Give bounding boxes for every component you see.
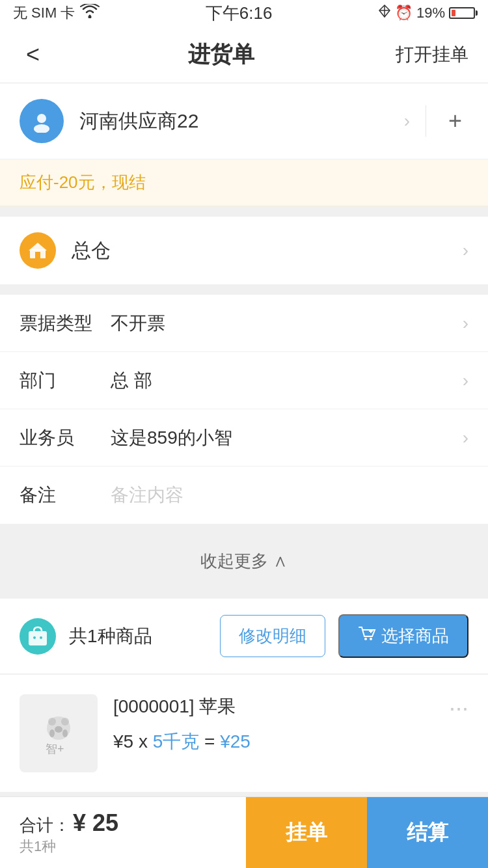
remark-placeholder: 备注内容: [98, 483, 468, 508]
invoice-type-value: 不开票: [98, 311, 463, 336]
supplier-row[interactable]: 河南供应商22 › +: [0, 83, 488, 159]
product-thumbnail: 智+: [20, 694, 98, 772]
nav-bar: < 进货单 打开挂单: [0, 26, 488, 83]
location-icon: [378, 4, 391, 22]
svg-marker-4: [29, 243, 47, 251]
equals-sign: =: [204, 731, 220, 752]
warehouse-icon: [20, 232, 56, 269]
add-button[interactable]: +: [442, 107, 468, 135]
alarm-icon: ⏰: [395, 5, 413, 21]
carrier-text: 无 SIM 卡: [13, 3, 75, 23]
svg-point-7: [33, 636, 36, 639]
cart-icon: [358, 626, 376, 646]
edit-detail-button[interactable]: 修改明细: [220, 615, 325, 657]
total-count: 共1种: [20, 837, 226, 856]
warehouse-row[interactable]: 总仓 ›: [0, 217, 488, 284]
svg-point-0: [88, 16, 92, 19]
invoice-type-label: 票据类型: [20, 311, 98, 336]
svg-point-13: [61, 718, 69, 726]
battery-text: 19%: [416, 5, 445, 21]
svg-point-9: [364, 638, 367, 640]
checkout-button[interactable]: 结算: [367, 797, 488, 869]
remark-row[interactable]: 备注 备注内容: [0, 467, 488, 524]
product-info: [0000001] 苹果 ¥5 x 5千克 = ¥25: [113, 694, 433, 772]
dept-value: 总 部: [98, 368, 463, 393]
remark-label: 备注: [20, 483, 98, 508]
staff-chevron-icon: ›: [463, 427, 468, 448]
svg-point-1: [37, 114, 46, 123]
collapse-button[interactable]: 收起更多 ∧: [0, 534, 488, 588]
total-section: 合计： ¥ 25 共1种: [0, 809, 246, 856]
wifi-icon: [80, 4, 100, 22]
select-product-button[interactable]: 选择商品: [338, 614, 468, 658]
notice-banner: 应付-20元，现结: [0, 159, 488, 206]
quantity: 5千克: [153, 731, 200, 752]
svg-point-15: [49, 729, 55, 737]
battery-icon: [449, 7, 475, 19]
multiply-sign: x: [139, 731, 153, 752]
svg-point-16: [62, 729, 68, 737]
svg-point-8: [40, 636, 42, 639]
staff-value: 这是859的小智: [98, 426, 463, 450]
select-product-label: 选择商品: [381, 625, 449, 647]
back-button[interactable]: <: [20, 34, 46, 75]
svg-point-12: [48, 718, 56, 726]
svg-rect-5: [35, 252, 40, 258]
products-header: 共1种商品 修改明细 选择商品: [0, 599, 488, 673]
supplier-name: 河南供应商22: [79, 108, 404, 135]
invoice-type-row[interactable]: 票据类型 不开票 ›: [0, 295, 488, 352]
svg-point-10: [370, 638, 372, 640]
dept-row[interactable]: 部门 总 部 ›: [0, 352, 488, 409]
warehouse-section[interactable]: 总仓 ›: [0, 217, 488, 284]
unit-price: ¥5: [113, 731, 133, 752]
total-amount: ¥ 25: [73, 809, 118, 837]
hang-button[interactable]: 挂单: [246, 797, 367, 869]
products-count: 共1种商品: [69, 624, 207, 649]
status-bar-left: 无 SIM 卡: [13, 3, 100, 23]
warehouse-name: 总仓: [72, 237, 463, 264]
content-area: 河南供应商22 › + 应付-20元，现结 总仓 › 票据类型 不开票 ›: [0, 83, 488, 868]
bottom-bar: 合计： ¥ 25 共1种 挂单 结算: [0, 796, 488, 868]
product-name: [0000001] 苹果: [113, 694, 433, 719]
supplier-chevron-icon: ›: [404, 111, 410, 131]
total-price: ¥25: [220, 731, 251, 752]
svg-rect-6: [29, 631, 47, 645]
status-bar-right: ⏰ 19%: [378, 4, 475, 22]
product-code: [0000001]: [113, 696, 195, 716]
status-bar: 无 SIM 卡 下午6:16 ⏰ 19%: [0, 0, 488, 26]
product-price: ¥5 x 5千克 = ¥25: [113, 729, 433, 754]
more-options-button[interactable]: ···: [449, 694, 468, 722]
supplier-divider: [426, 105, 426, 137]
dept-chevron-icon: ›: [463, 370, 468, 391]
svg-text:智+: 智+: [46, 742, 64, 755]
supplier-avatar: [20, 99, 64, 143]
products-icon: [20, 618, 56, 655]
supplier-section: 河南供应商22 › + 应付-20元，现结: [0, 83, 488, 206]
staff-row[interactable]: 业务员 这是859的小智 ›: [0, 409, 488, 467]
product-item: 智+ [0000001] 苹果 ¥5 x 5千克 = ¥25 ···: [0, 675, 488, 792]
open-hang-button[interactable]: 打开挂单: [396, 42, 468, 67]
time-display: 下午6:16: [206, 2, 273, 25]
invoice-chevron-icon: ›: [463, 313, 468, 334]
svg-point-2: [34, 124, 49, 133]
form-section: 票据类型 不开票 › 部门 总 部 › 业务员 这是859的小智 › 备注 备注…: [0, 295, 488, 524]
staff-label: 业务员: [20, 426, 98, 450]
total-label: 合计：: [20, 814, 70, 837]
page-title: 进货单: [188, 40, 254, 70]
svg-point-14: [55, 726, 62, 733]
warehouse-chevron-icon: ›: [463, 240, 468, 261]
dept-label: 部门: [20, 368, 98, 393]
